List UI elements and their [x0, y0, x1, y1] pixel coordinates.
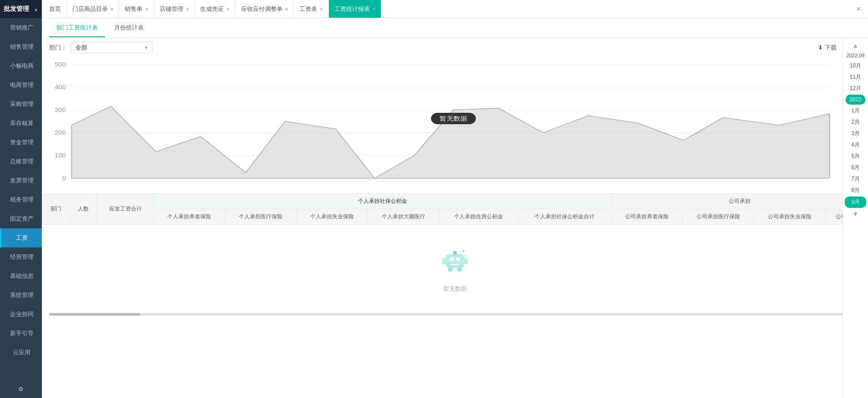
timeline-10[interactable]: 10月: [843, 60, 868, 71]
tab-label: 生成凭证: [200, 5, 224, 13]
empty-text: 暂无数据: [443, 285, 467, 293]
dept-select[interactable]: 全部 销售部 财务部 行政部 技术部: [71, 42, 152, 53]
svg-rect-15: [449, 257, 454, 261]
col-group-company: 公司承担: [611, 194, 868, 209]
sidebar-header[interactable]: 批发管理 ▲: [0, 0, 42, 18]
close-all-tabs-button[interactable]: ×: [855, 3, 863, 15]
tab-工资表[interactable]: 工资表×: [294, 0, 328, 18]
sidebar-item-采购管理[interactable]: 采购管理: [0, 95, 42, 114]
sidebar-item-营销推广[interactable]: 营销推广: [0, 18, 42, 37]
tab-label: 工资统计报表: [334, 5, 370, 13]
svg-rect-20: [442, 258, 446, 264]
tab-门店商品目录[interactable]: 门店商品目录×: [67, 0, 119, 18]
dept-select-wrapper: 全部 销售部 财务部 行政部 技术部 ▼: [71, 42, 152, 53]
tab-应收应付调整单[interactable]: 应收应付调整单×: [236, 0, 294, 18]
tab-店铺管理[interactable]: 店铺管理×: [154, 0, 195, 18]
sidebar-item-发票管理[interactable]: 发票管理: [0, 171, 42, 190]
sidebar: 批发管理 ▲ 营销推广销售管理小畅电商电商管理采购管理库存核算资金管理总账管理发…: [0, 0, 42, 398]
sub-tab-部门工资统计表[interactable]: 部门工资统计表: [49, 19, 105, 37]
svg-text:✦: ✦: [464, 254, 467, 257]
gear-icon: ⚙: [18, 386, 24, 393]
col-personal-pension: 个人承担养老保险: [154, 209, 225, 225]
tab-label: 销售单: [125, 5, 142, 13]
svg-rect-17: [451, 264, 459, 265]
timeline-2[interactable]: 2月: [843, 116, 868, 128]
timeline-6[interactable]: 6月: [843, 162, 868, 173]
col-dept: 部门: [42, 194, 70, 225]
toolbar: 部门： 全部 销售部 财务部 行政部 技术部 ▼ ⬇ 下载: [42, 38, 868, 57]
sidebar-item-固定资产[interactable]: 固定资产: [0, 209, 42, 228]
col-company-medical: 公司承担医疗保险: [683, 209, 754, 225]
sidebar-item-系统管理[interactable]: 系统管理: [0, 286, 42, 305]
content-area: 部门工资统计表月份统计表 部门： 全部 销售部 财务部 行政部 技术部 ▼: [42, 18, 868, 398]
svg-rect-16: [456, 257, 460, 261]
timeline-up-arrow[interactable]: ▲: [851, 40, 861, 51]
svg-text:200: 200: [55, 130, 66, 136]
sidebar-item-小畅电商[interactable]: 小畅电商: [0, 56, 42, 76]
sidebar-settings[interactable]: ⚙: [0, 380, 42, 398]
timeline-date-label: 2022.09: [843, 51, 868, 60]
tab-close-icon[interactable]: ×: [227, 6, 229, 12]
timeline-4[interactable]: 4月: [843, 139, 868, 151]
tab-close-icon[interactable]: ×: [111, 6, 113, 12]
sidebar-item-基础信息[interactable]: 基础信息: [0, 267, 42, 286]
timeline-11[interactable]: 11月: [843, 71, 868, 83]
sidebar-item-电商管理[interactable]: 电商管理: [0, 76, 42, 95]
tab-close-icon[interactable]: ×: [285, 6, 288, 12]
col-personal-bigmedical: 个人承担大额医疗: [368, 209, 439, 225]
tab-close-icon[interactable]: ×: [186, 6, 189, 12]
tab-label: 工资表: [299, 5, 317, 13]
sidebar-item-企业协同[interactable]: 企业协同: [0, 305, 42, 324]
timeline-9[interactable]: 9月: [845, 196, 866, 208]
tab-生成凭证[interactable]: 生成凭证×: [195, 0, 235, 18]
svg-rect-21: [464, 258, 468, 264]
timeline-3[interactable]: 3月: [843, 128, 868, 139]
tab-label: 店铺管理: [160, 5, 183, 13]
sidebar-item-总账管理[interactable]: 总账管理: [0, 152, 42, 171]
timeline-8[interactable]: 8月: [843, 185, 868, 196]
sidebar-item-经营管理[interactable]: 经营管理: [0, 247, 42, 267]
svg-text:500: 500: [55, 61, 66, 68]
tab-首页[interactable]: 首页: [44, 0, 67, 18]
sidebar-item-库存核算[interactable]: 库存核算: [0, 114, 42, 133]
tab-label: 应收应付调整单: [241, 5, 283, 13]
timeline-12[interactable]: 12月: [843, 83, 868, 94]
timeline-1[interactable]: 1月: [843, 105, 868, 116]
sidebar-item-资金管理[interactable]: 资金管理: [0, 133, 42, 152]
tab-close-icon[interactable]: ×: [145, 6, 148, 12]
scrollbar-thumb[interactable]: [49, 313, 140, 316]
svg-text:暂无数据: 暂无数据: [439, 116, 467, 122]
timeline-7[interactable]: 7月: [843, 173, 868, 185]
sidebar-item-工资[interactable]: 工资: [0, 228, 42, 247]
sidebar-item-税务管理[interactable]: 税务管理: [0, 190, 42, 209]
svg-rect-14: [446, 254, 464, 268]
col-total-wage: 应发工资合计: [97, 194, 154, 225]
download-button[interactable]: ⬇ 下载: [818, 44, 837, 52]
tab-label: 门店商品目录: [72, 5, 108, 13]
sidebar-collapse-icon[interactable]: ▲: [34, 7, 38, 12]
col-personal-unemployment: 个人承担失业保险: [297, 209, 368, 225]
sidebar-item-新手引导[interactable]: 新手引导: [0, 324, 42, 343]
main-area: 首页门店商品目录×销售单×店铺管理×生成凭证×应收应付调整单×工资表×工资统计报…: [42, 0, 868, 398]
tab-end-controls: ×: [855, 3, 866, 15]
timeline-down-arrow[interactable]: ▼: [851, 208, 861, 219]
sub-tab-月份统计表[interactable]: 月份统计表: [107, 19, 151, 37]
tab-close-icon[interactable]: ×: [373, 6, 375, 12]
sidebar-item-云应用[interactable]: 云应用: [0, 343, 42, 362]
tab-bar: 首页门店商品目录×销售单×店铺管理×生成凭证×应收应付调整单×工资表×工资统计报…: [42, 0, 868, 18]
empty-robot-icon: ✦ ✦: [437, 243, 473, 279]
timeline-5[interactable]: 5月: [843, 151, 868, 162]
tab-close-icon[interactable]: ×: [320, 6, 323, 12]
svg-rect-22: [448, 268, 453, 272]
timeline-year-2022[interactable]: 2022: [846, 95, 865, 105]
tab-工资统计报表[interactable]: 工资统计报表×: [329, 0, 381, 18]
download-icon: ⬇: [818, 44, 823, 51]
tab-销售单[interactable]: 销售单×: [119, 0, 154, 18]
svg-text:✦: ✦: [461, 249, 465, 254]
horizontal-scrollbar[interactable]: [49, 313, 861, 316]
col-company-unemployment: 公司承担失业保险: [754, 209, 826, 225]
table-wrapper[interactable]: 部门 人数 应发工资合计 个人承担社保公积金 公司承担 个人承担养老保险 个人承…: [42, 193, 868, 398]
svg-text:100: 100: [55, 152, 66, 159]
sidebar-item-销售管理[interactable]: 销售管理: [0, 37, 42, 56]
svg-text:400: 400: [55, 84, 66, 91]
